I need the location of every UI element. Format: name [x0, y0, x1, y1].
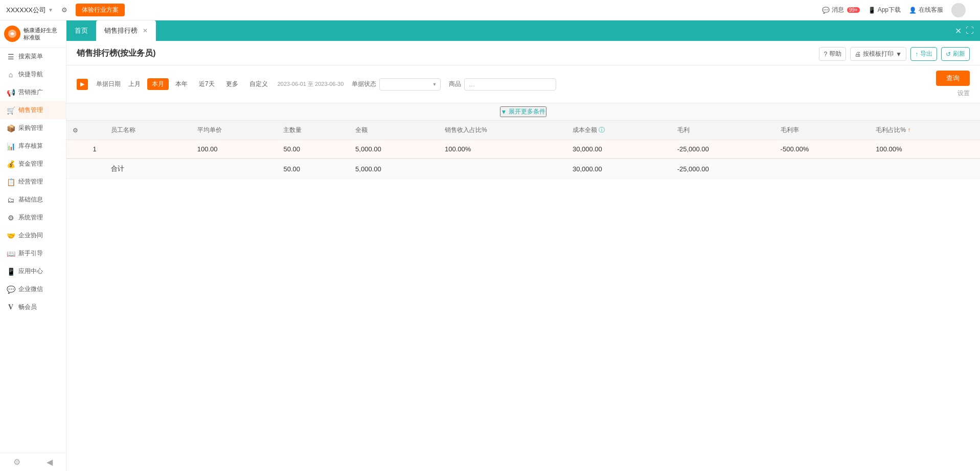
sidebar-item-sales[interactable]: 🛒 销售管理	[0, 101, 66, 119]
sidebar-item-finance[interactable]: 💰 资金管理	[0, 155, 66, 173]
status-select[interactable]	[379, 78, 441, 91]
filter-row: ▶ 单据日期 上月 本月 本年 近7天 更多 自定义	[77, 71, 970, 98]
chevron-down-icon: ▼	[501, 108, 507, 116]
tab-close-window-icon[interactable]: ✕	[955, 26, 962, 36]
goods-input[interactable]: …	[464, 78, 556, 91]
tab-maximize-icon[interactable]: ⛶	[966, 26, 974, 35]
sidebar-item-wechat[interactable]: 💬 企业微信	[0, 280, 66, 298]
trial-button[interactable]: 体验行业方案	[76, 4, 125, 16]
page-header: 销售排行榜(按业务员) ? 帮助 🖨 按模板打印 ▼	[66, 41, 980, 65]
sidebar-item-enterprise[interactable]: 🤝 企业协同	[0, 227, 66, 244]
sidebar-item-label: 销售管理	[18, 106, 43, 115]
row-amount: 5,000.00	[349, 140, 439, 159]
sidebar-item-app-center[interactable]: 📱 应用中心	[0, 262, 66, 280]
export-icon: ↑	[915, 51, 918, 58]
print-icon: 🖨	[855, 51, 861, 58]
sales-icon: 🛒	[6, 106, 15, 115]
row-cost: 30,000.00	[566, 140, 671, 159]
query-button[interactable]: 查询	[936, 71, 970, 86]
date-label: 单据日期	[96, 80, 121, 88]
footer-avg-price	[191, 159, 278, 179]
settings-link[interactable]: 设置	[958, 89, 970, 98]
filter-collapse-btn[interactable]: ▶	[77, 79, 88, 90]
date-tab-more[interactable]: 更多	[221, 78, 243, 90]
date-tab-last7[interactable]: 近7天	[194, 78, 219, 90]
sidebar-item-label: 系统管理	[18, 213, 43, 222]
col-settings[interactable]: ⚙	[66, 121, 84, 140]
sidebar-item-label: 搜索菜单	[18, 52, 43, 61]
app-center-icon: 📱	[6, 267, 15, 276]
sidebar-item-purchase[interactable]: 📦 采购管理	[0, 119, 66, 137]
tab-sales-ranking[interactable]: 销售排行榜 ✕	[96, 20, 156, 41]
data-table: ⚙ 员工名称 平均单价 主数量 全额 销售收入占比% 成本全额 ⓘ 毛利 毛利率	[66, 121, 980, 179]
tab-sales-ranking-label: 销售排行榜	[104, 26, 138, 35]
cost-info-icon[interactable]: ⓘ	[599, 126, 605, 133]
message-badge: 99+	[847, 7, 860, 13]
print-button[interactable]: 🖨 按模板打印 ▼	[850, 47, 906, 61]
filter-bar: ▶ 单据日期 上月 本月 本年 近7天 更多 自定义	[66, 65, 980, 103]
date-tab-prev-month[interactable]: 上月	[124, 78, 145, 90]
sidebar-item-quick-nav[interactable]: ⌂ 快捷导航	[0, 65, 66, 83]
sidebar-item-system[interactable]: ⚙ 系统管理	[0, 209, 66, 227]
sidebar-item-label: 新手引导	[18, 249, 43, 258]
tab-close-icon[interactable]: ✕	[143, 27, 148, 34]
footer-rank	[84, 159, 105, 179]
app-download-btn[interactable]: 📱 App下载	[868, 6, 901, 14]
sidebar: 畅康通好生意 标准版 ☰ 搜索菜单 ⌂ 快捷导航 📢 营销推广 🛒 销售管理	[0, 20, 66, 471]
sidebar-item-inventory[interactable]: 📊 库存核算	[0, 137, 66, 155]
footer-row: 合计 50.00 5,000.00 30,000.00 -25,000.00	[66, 159, 980, 179]
marketing-icon: 📢	[6, 88, 15, 97]
online-service-btn[interactable]: 👤 在线客服	[909, 6, 943, 14]
date-tabs: 上月 本月 本年 近7天 更多 自定义	[124, 78, 272, 90]
footer-settings	[66, 159, 84, 179]
sidebar-item-label: 采购管理	[18, 124, 43, 132]
tab-home-label: 首页	[75, 26, 88, 35]
expand-bar: ▼ 展开更多条件	[66, 103, 980, 121]
tab-bar-actions: ✕ ⛶	[955, 26, 980, 36]
sidebar-item-label: 经营管理	[18, 177, 43, 186]
sidebar-item-label: 企业协同	[18, 231, 43, 240]
newbie-icon: 📖	[6, 250, 15, 258]
sidebar-item-marketing[interactable]: 📢 营销推广	[0, 83, 66, 101]
filter-goods: 商品 …	[449, 78, 556, 91]
sidebar-item-basic-info[interactable]: 🗂 基础信息	[0, 191, 66, 209]
sidebar-collapse-icon[interactable]: ◀	[47, 457, 53, 467]
sort-icon[interactable]: ↑	[907, 126, 910, 133]
refresh-button[interactable]: ↺ 刷新	[941, 47, 970, 61]
message-label: 消息	[832, 6, 844, 14]
footer-cost: 30,000.00	[566, 159, 671, 179]
table-header-row: ⚙ 员工名称 平均单价 主数量 全额 销售收入占比% 成本全额 ⓘ 毛利 毛利率	[66, 121, 980, 140]
date-tab-cur-month[interactable]: 本月	[147, 78, 169, 90]
company-selector[interactable]: XXXXXX公司 ▼	[6, 6, 53, 15]
tab-home[interactable]: 首页	[66, 20, 96, 41]
sidebar-item-label: 企业微信	[18, 285, 43, 294]
company-name: XXXXXX公司	[6, 6, 46, 15]
table-container: ⚙ 员工名称 平均单价 主数量 全额 销售收入占比% 成本全额 ⓘ 毛利 毛利率	[66, 121, 980, 471]
enterprise-icon: 🤝	[6, 232, 15, 240]
footer-gross-rate	[774, 159, 870, 179]
sidebar-item-newbie[interactable]: 📖 新手引导	[0, 244, 66, 262]
date-tab-custom[interactable]: 自定义	[245, 78, 272, 90]
help-button[interactable]: ? 帮助	[819, 47, 846, 61]
export-button[interactable]: ↑ 导出	[910, 47, 937, 61]
purchase-icon: 📦	[6, 124, 15, 132]
avatar[interactable]	[951, 3, 966, 17]
row-gross-pct: 100.00%	[870, 140, 980, 159]
sidebar-item-operations[interactable]: 📋 经营管理	[0, 173, 66, 191]
col-gross-rate: 毛利率	[774, 121, 870, 140]
sidebar-item-search-order[interactable]: ☰ 搜索菜单	[0, 48, 66, 65]
col-main-qty: 主数量	[277, 121, 349, 140]
logo-icon	[4, 26, 20, 42]
date-tab-cur-year[interactable]: 本年	[171, 78, 192, 90]
top-bar: XXXXXX公司 ▼ ⚙ 体验行业方案 💬 消息 99+ 📱 App下载 👤 在…	[0, 0, 980, 20]
message-btn[interactable]: 💬 消息 99+	[822, 6, 860, 14]
sidebar-item-member[interactable]: V 畅会员	[0, 298, 66, 316]
settings-icon[interactable]: ⚙	[57, 3, 72, 17]
app-download-label: App下载	[878, 6, 901, 14]
sidebar-item-label: 应用中心	[18, 267, 43, 276]
sidebar-settings-icon[interactable]: ⚙	[13, 457, 20, 467]
page-title: 销售排行榜(按业务员)	[77, 48, 156, 64]
col-cost: 成本全额 ⓘ	[566, 121, 671, 140]
col-avg-price: 平均单价	[191, 121, 278, 140]
expand-conditions-btn[interactable]: ▼ 展开更多条件	[500, 106, 547, 117]
